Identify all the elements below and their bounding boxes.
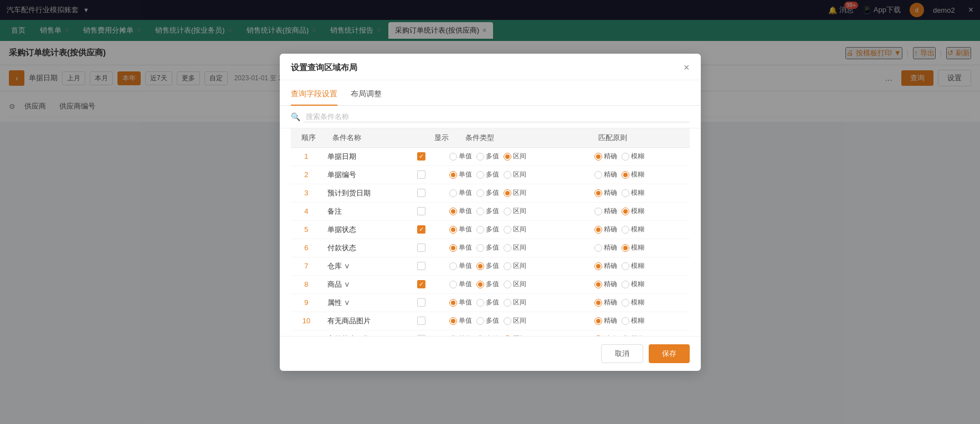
dialog-search-area: 🔍 [280, 106, 701, 122]
dialog-title: 设置查询区域布局 [291, 63, 357, 73]
dialog-close-button[interactable]: × [684, 63, 690, 73]
tab-layout-adjust[interactable]: 布局调整 [351, 86, 382, 106]
settings-dialog: 设置查询区域布局 × 查询字段设置 布局调整 🔍 顺序 条件名称 显示 条件类型 [280, 54, 701, 122]
dialog-header: 设置查询区域布局 × [280, 54, 701, 80]
dialog-overlay: 设置查询区域布局 × 查询字段设置 布局调整 🔍 顺序 条件名称 显示 条件类型 [0, 0, 980, 122]
search-conditions-input[interactable] [304, 111, 690, 122]
dialog-tabs: 查询字段设置 布局调整 [280, 80, 701, 106]
tab-query-fields[interactable]: 查询字段设置 [291, 86, 337, 106]
search-icon: 🔍 [291, 112, 300, 121]
